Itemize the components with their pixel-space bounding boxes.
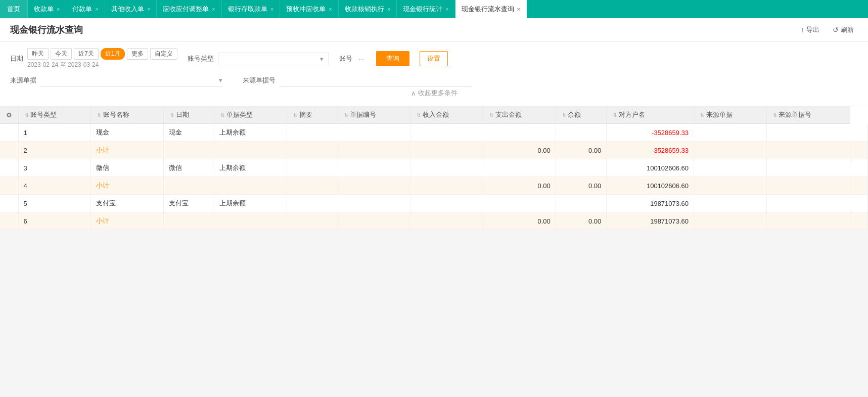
source-doc-cell [766,159,850,177]
tab-close-icon[interactable]: × [329,6,332,12]
tab-close-icon[interactable]: × [517,6,520,12]
source-doc-dropdown[interactable]: ▾ [40,74,222,86]
tab-label: 收款单 [34,5,54,14]
source-doc-cell [766,142,850,159]
balance-cell: 19871073.60 [607,212,694,230]
expense-cell: 0.00 [556,177,607,195]
account-name-cell: 现金 [163,124,214,142]
row-settings-cell [0,142,18,159]
export-button[interactable]: ↑ 导出 [797,23,824,36]
doc-no-cell [410,124,483,142]
source-doc-cell [766,195,850,212]
sort-icon[interactable]: ⇅ [562,112,566,118]
nav-tab-bank-flow[interactable]: 现金银行流水查询 × [455,0,527,18]
date-btn-1month[interactable]: 近1月 [101,48,125,60]
source-doc-chevron-down-icon: ▾ [219,76,222,84]
tab-close-icon[interactable]: × [445,6,448,12]
account-name-cell [163,212,214,230]
date-btn-today[interactable]: 今天 [51,48,72,60]
tab-close-icon[interactable]: × [57,6,60,12]
top-navigation: 首页 收款单 × 付款单 × 其他收入单 × 应收应付调整单 × 银行存取款单 … [0,0,868,18]
sort-icon[interactable]: ⇅ [293,112,297,118]
tab-close-icon[interactable]: × [387,6,390,12]
sort-icon[interactable]: ⇅ [417,112,421,118]
summary-cell [338,159,410,177]
col-label: 摘要 [299,111,312,118]
date-cell: 上期余额 [214,159,287,177]
summary-cell [338,212,410,230]
filter-row-2: 来源单据 ▾ 来源单据号 [10,74,858,86]
income-cell: 0.00 [483,142,556,159]
tab-label: 其他收入单 [111,5,144,14]
tab-close-icon[interactable]: × [270,6,273,12]
income-cell: 0.00 [483,177,556,195]
nav-tab-adjustment[interactable]: 应收应付调整单 × [157,0,221,18]
sort-icon[interactable]: ⇅ [97,112,101,118]
date-btn-custom[interactable]: 自定义 [150,48,177,60]
export-icon: ↑ [801,26,804,34]
sort-icon[interactable]: ⇅ [25,112,29,118]
date-cell: 上期余额 [214,124,287,142]
filter-row-1: 日期 昨天 今天 近7天 近1月 更多 自定义 2023-02-24 至 202… [10,48,858,69]
account-type-cell: 小计 [91,142,164,159]
col-label: 来源单据 [706,111,733,118]
nav-tab-payment[interactable]: 付款单 × [66,0,105,18]
doc-no-cell [410,177,483,195]
date-cell [214,177,287,195]
row-number: 2 [18,142,91,159]
col-label: 日期 [176,111,189,118]
income-cell [483,195,556,212]
account-type-cell: 支付宝 [91,195,164,212]
income-cell: 0.00 [483,212,556,230]
counterparty-cell [694,195,767,212]
settings-button[interactable]: 设置 [420,51,448,66]
source-doc-num-input[interactable] [280,74,472,86]
sort-icon[interactable]: ⇅ [170,112,174,118]
date-btn-yesterday[interactable]: 昨天 [27,48,49,60]
sort-icon[interactable]: ⇅ [700,112,704,118]
date-btn-7days[interactable]: 近7天 [74,48,99,60]
balance-cell: 100102606.60 [607,177,694,195]
sort-icon[interactable]: ⇅ [773,112,777,118]
table-header-doc-no: ⇅ 单据编号 [338,106,410,124]
tab-close-icon[interactable]: × [212,6,215,12]
doc-no-cell [410,159,483,177]
account-dots[interactable]: ··· [356,55,366,63]
balance-cell: 100102606.60 [607,159,694,177]
date-filter-group: 日期 昨天 今天 近7天 近1月 更多 自定义 2023-02-24 至 202… [10,48,177,69]
expense-cell [556,159,607,177]
nav-tab-bank-deposit[interactable]: 银行存取款单 × [222,0,280,18]
account-filter-group: 账号 ··· [339,54,366,63]
tab-close-icon[interactable]: × [95,6,98,12]
table-row: 1现金现金上期余额-3528659.33 [0,124,868,142]
sort-icon[interactable]: ⇅ [344,112,348,118]
export-label: 导出 [806,25,819,34]
date-btn-more[interactable]: 更多 [127,48,148,60]
nav-tab-collection[interactable]: 收款核销执行 × [339,0,397,18]
table-row: 5支付宝支付宝上期余额19871073.60 [0,195,868,212]
query-button[interactable]: 查询 [376,51,409,66]
sort-icon[interactable]: ⇅ [220,112,224,118]
tab-close-icon[interactable]: × [147,6,150,12]
sort-icon[interactable]: ⇅ [613,112,617,118]
nav-tab-home[interactable]: 首页 [0,0,28,18]
nav-tab-advance[interactable]: 预收冲应收单 × [280,0,338,18]
sort-icon[interactable]: ⇅ [489,112,493,118]
source-doc-label: 来源单据 [10,76,36,85]
table-settings-gear-icon[interactable]: ⚙ [6,111,12,119]
table-header-source-doc: ⇅ 来源单据 [694,106,767,124]
summary-cell [338,177,410,195]
col-label: 单据编号 [350,111,376,118]
account-name-cell [163,177,214,195]
doc-type-cell [287,124,338,142]
nav-tab-receipt[interactable]: 收款单 × [28,0,66,18]
table-header-settings: ⚙ [0,106,18,124]
account-type-cell: 微信 [91,159,164,177]
account-type-dropdown[interactable]: ▾ [218,53,329,65]
nav-tab-other-income[interactable]: 其他收入单 × [105,0,157,18]
collapse-bar[interactable]: ∧ 收起更多条件 [10,86,858,100]
nav-tab-bank-stats[interactable]: 现金银行统计 × [397,0,455,18]
table-header-expense: ⇅ 支出金额 [483,106,556,124]
date-range-display: 2023-02-24 至 2023-03-24 [27,61,177,69]
refresh-button[interactable]: ↺ 刷新 [829,23,858,36]
